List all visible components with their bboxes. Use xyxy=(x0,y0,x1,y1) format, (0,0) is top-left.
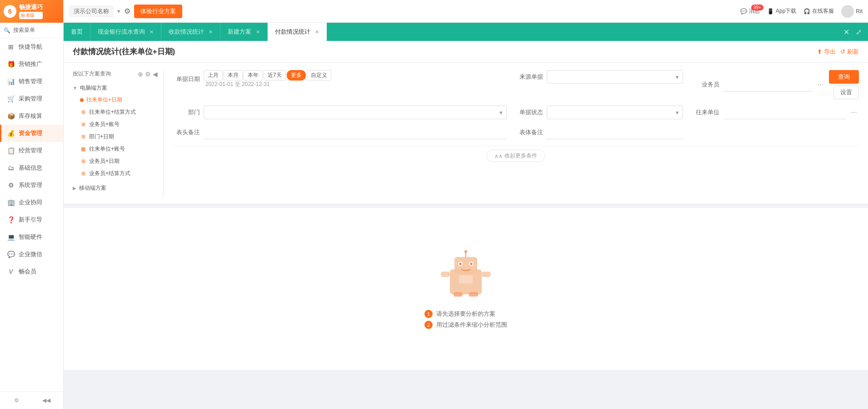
sidebar-item-system[interactable]: ⚙ 系统管理 xyxy=(0,177,63,194)
user-avatar[interactable]: Rit xyxy=(841,5,863,18)
voucher-status-select[interactable]: ▾ xyxy=(547,106,683,119)
tab-close-all-btn[interactable]: ✕ xyxy=(841,26,852,38)
partner-label: 往来单位 xyxy=(692,108,719,116)
tab-receipt-stats[interactable]: 收款情况统计 ✕ xyxy=(161,23,220,41)
export-label: 导出 xyxy=(824,48,836,56)
scheme-settings-icon[interactable]: ⚙ xyxy=(145,71,151,78)
scheme-collapse-icon[interactable]: ◀ xyxy=(153,71,158,78)
tab-new-plan[interactable]: 新建方案 ✕ xyxy=(220,23,268,41)
scheme-item-unit-account[interactable]: ▦ 往来单位+账号 xyxy=(73,143,158,155)
staff-more-btn[interactable]: ··· xyxy=(816,81,825,89)
collapse-label: 收起更多条件 xyxy=(504,152,537,160)
query-btns: 查询 设置 xyxy=(829,70,859,99)
sidebar-item-inventory[interactable]: 📦 库存核算 xyxy=(0,107,63,125)
date-btn-this-year[interactable]: 本年 xyxy=(244,70,263,81)
finance-icon: 💰 xyxy=(7,129,15,137)
staff-input[interactable] xyxy=(723,78,812,91)
collapse-btn[interactable]: ∧∧ 收起更多条件 xyxy=(487,150,545,162)
tab-home[interactable]: 首页 xyxy=(64,23,90,41)
date-btn-custom[interactable]: 自定义 xyxy=(307,70,331,81)
table-body-note-input[interactable] xyxy=(547,126,683,139)
tab-payment-stats[interactable]: 付款情况统计 ✕ xyxy=(268,23,327,41)
table-header-note-label: 表头备注 xyxy=(173,128,200,136)
online-service-btn[interactable]: 🎧 在线客服 xyxy=(803,7,834,15)
scheme-category-mobile-header[interactable]: ▶ 移动端方案 xyxy=(73,182,158,194)
sidebar-item-label: 资金管理 xyxy=(19,129,42,137)
scheme-item-label: 业务员+日期 xyxy=(89,157,120,165)
sidebar-item-label: 新手引导 xyxy=(19,216,42,224)
scheme-grid-icon: ⊞ xyxy=(80,109,86,116)
scheme-item-staff-settlement[interactable]: ⊞ 业务员+结算方式 xyxy=(73,167,158,180)
sidebar-item-quick-nav[interactable]: ⊞ 快捷导航 xyxy=(0,38,63,56)
scheme-item-dept-date[interactable]: ⊞ 部门+日期 xyxy=(73,131,158,143)
sidebar-item-marketing[interactable]: 🎁 营销推广 xyxy=(0,56,63,73)
scheme-add-icon[interactable]: ⊕ xyxy=(138,71,143,78)
messages-btn[interactable]: 💬 消息 99+ xyxy=(740,7,760,15)
sidebar-nav: ⊞ 快捷导航 🎁 营销推广 📊 销售管理 🛒 采购管理 📦 库存核算 💰 资金管… xyxy=(0,38,63,391)
date-btn-this-month[interactable]: 本月 xyxy=(224,70,243,81)
sidebar-item-label: 营销推广 xyxy=(19,60,42,68)
sidebar-logo: 6 xyxy=(4,5,16,18)
empty-state-container: 1 请先选择要分析的方案 2 用过滤条件来缩小分析范围 xyxy=(64,208,868,370)
tab-bank-flow[interactable]: 现金银行流水查询 ✕ xyxy=(90,23,161,41)
company-selector[interactable]: 演示公司名称 xyxy=(69,5,114,17)
sidebar-item-wechat[interactable]: 💬 企业微信 xyxy=(0,246,63,263)
export-icon: ⬆ xyxy=(817,48,822,55)
scheme-category-pc-header[interactable]: ▼ 电脑端方案 xyxy=(73,82,158,94)
source-voucher-filter: 来源单据 ▾ xyxy=(516,70,683,84)
scheme-item-staff-date[interactable]: ⊞ 业务员+日期 xyxy=(73,155,158,167)
sidebar-item-label: 智能硬件 xyxy=(19,233,42,241)
sidebar-search[interactable]: 🔍 搜索菜单 xyxy=(0,23,63,38)
query-btn[interactable]: 查询 xyxy=(829,70,859,84)
sidebar-item-operation[interactable]: 📋 经营管理 xyxy=(0,142,63,159)
sidebar-item-enterprise[interactable]: 🏢 企业协同 xyxy=(0,194,63,211)
voucher-status-filter: 单据状态 ▾ xyxy=(516,106,683,119)
scheme-item-label: 业务员+结算方式 xyxy=(89,170,130,177)
refresh-btn[interactable]: ↺ 刷新 xyxy=(840,48,859,56)
tab-payment-stats-close[interactable]: ✕ xyxy=(315,29,319,35)
sidebar-item-finance[interactable]: 💰 资金管理 xyxy=(0,125,63,142)
trial-btn[interactable]: 体验行业方案 xyxy=(134,5,182,18)
partner-input[interactable] xyxy=(723,106,846,119)
date-btn-last-month[interactable]: 上月 xyxy=(204,70,223,81)
scheme-item-staff-account[interactable]: ⊞ 业务员+账号 xyxy=(73,118,158,131)
table-header-note-input[interactable] xyxy=(204,126,507,139)
sidebar-collapse-btn[interactable]: ◀◀ xyxy=(34,395,60,405)
export-btn[interactable]: ⬆ 导出 xyxy=(817,48,836,56)
company-dropdown-icon[interactable]: ▾ xyxy=(117,8,120,15)
settings-btn[interactable]: 设置 xyxy=(833,86,859,99)
sidebar-item-purchase[interactable]: 🛒 采购管理 xyxy=(0,90,63,107)
scheme-item-unit-settlement[interactable]: ⊞ 往来单位+结算方式 xyxy=(73,106,158,118)
scheme-item-label: 业务员+账号 xyxy=(89,121,120,128)
tab-bank-flow-close[interactable]: ✕ xyxy=(150,29,154,35)
date-btn-more[interactable]: 更多 xyxy=(287,70,306,81)
app-download-btn[interactable]: 📱 App下载 xyxy=(767,7,796,15)
svg-rect-8 xyxy=(441,272,450,277)
sidebar-item-sales[interactable]: 📊 销售管理 xyxy=(0,73,63,90)
dept-select[interactable]: ▾ xyxy=(204,106,507,119)
source-voucher-select[interactable]: ▾ xyxy=(547,70,683,84)
svg-point-7 xyxy=(470,263,473,265)
sidebar-item-guide[interactable]: ❓ 新手引导 xyxy=(0,211,63,228)
date-btn-7days[interactable]: 近7天 xyxy=(264,70,286,81)
table-body-note-filter: 表体备注 xyxy=(516,126,683,139)
tab-maximize-btn[interactable]: ⤢ xyxy=(853,26,864,38)
sidebar-item-label: 销售管理 xyxy=(19,77,42,86)
sidebar-item-label: 系统管理 xyxy=(19,181,42,189)
scheme-item-unit-date[interactable]: 往来单位+日期 xyxy=(73,94,158,106)
tab-receipt-stats-close[interactable]: ✕ xyxy=(209,29,213,35)
scheme-active-dot xyxy=(80,98,84,102)
partner-more-btn[interactable]: ··· xyxy=(849,108,859,116)
empty-tips: 1 请先选择要分析的方案 2 用过滤条件来缩小分析范围 xyxy=(424,310,507,329)
sidebar-item-basic[interactable]: 🗂 基础信息 xyxy=(0,159,63,177)
sidebar-item-hardware[interactable]: 💻 智能硬件 xyxy=(0,228,63,246)
scheme-panel-title: 按以下方案查询 xyxy=(73,70,111,78)
sidebar-item-label: 经营管理 xyxy=(19,146,42,155)
sidebar-item-member[interactable]: V 畅会员 xyxy=(0,263,63,280)
topbar-settings-icon[interactable]: ⚙ xyxy=(124,7,130,15)
sidebar-settings-btn[interactable]: ⚙ xyxy=(4,395,30,405)
partner-filter: 往来单位 ··· xyxy=(692,106,859,119)
tab-new-plan-close[interactable]: ✕ xyxy=(256,29,260,35)
svg-point-3 xyxy=(464,250,467,253)
service-icon: 🎧 xyxy=(803,8,810,15)
